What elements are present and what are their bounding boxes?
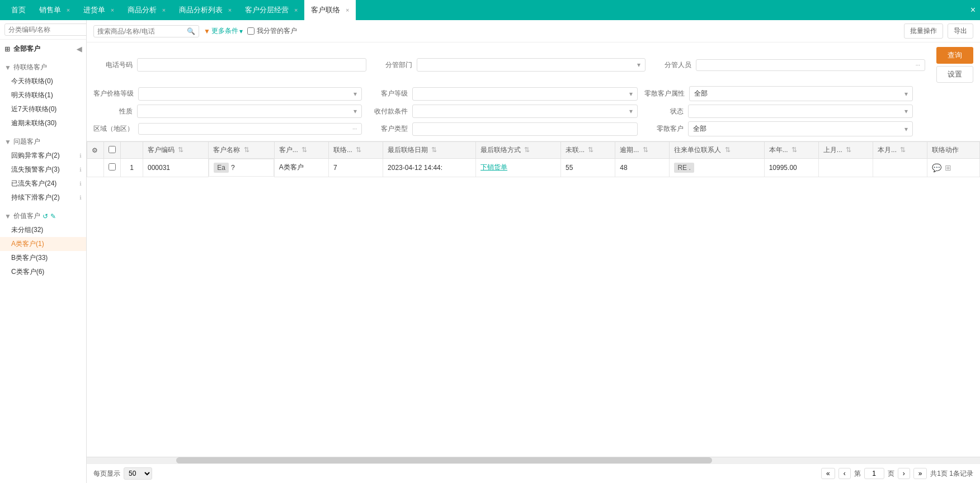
first-page-button[interactable]: « (821, 468, 835, 479)
main-layout: 🔍 ⊞ 全部客户 ◀ ▼ 待联络客户 今天待联络(0) 明天待联络(1) 近7天… (0, 20, 980, 483)
sidebar-item-abnormal-repurchase[interactable]: 回购异常客户(2) ℹ (0, 149, 86, 163)
nav-home[interactable]: 首页 (4, 0, 32, 20)
close-sales-icon[interactable]: × (67, 7, 70, 13)
retail-attr-select[interactable]: 全部 ▾ (689, 86, 913, 101)
nav-customer-tiering[interactable]: 客户分层经营 × (238, 0, 304, 20)
prev-page-button[interactable]: ‹ (838, 468, 851, 479)
col-customer-type[interactable]: 客户... ⇅ (274, 142, 328, 159)
sidebar-item-class-b[interactable]: B类客户(33) (0, 251, 86, 265)
filter-my-customers[interactable]: 我分管的客户 (247, 26, 297, 36)
payment-select[interactable]: ▾ (412, 105, 637, 118)
col-unit-contact[interactable]: 往来单位联系人 ⇅ (670, 142, 764, 159)
price-level-select[interactable]: ▾ (138, 87, 362, 101)
sidebar-item-class-c[interactable]: C类客户(6) (0, 265, 86, 279)
edit-icon[interactable]: ✎ (50, 212, 56, 220)
filter-search-input[interactable] (97, 27, 187, 35)
col-last-contact-method[interactable]: 最后联络方式 ⇅ (476, 142, 561, 159)
row-name[interactable]: Ea ? (209, 159, 274, 177)
refresh-icon[interactable]: ↺ (43, 212, 48, 220)
row-code[interactable]: 000031 (143, 159, 209, 177)
collapse-sidebar-button[interactable]: ◀ (77, 45, 82, 53)
chat-action-icon[interactable]: 💬 (932, 163, 941, 172)
scrollbar-thumb[interactable] (176, 457, 712, 463)
nav-product-analysis-list[interactable]: 商品分析列表 × (172, 0, 238, 20)
customer-type-input[interactable] (412, 122, 637, 136)
sidebar-item-churn-warning[interactable]: 流失预警客户(3) ℹ (0, 163, 86, 177)
row-last-contact-method[interactable]: 下销货单 (476, 159, 561, 177)
retail-customer-select[interactable]: 全部 ▾ (688, 121, 913, 136)
all-customers-header[interactable]: ⊞ 全部客户 ◀ (0, 40, 86, 58)
col-this-year[interactable]: 本年... ⇅ (764, 142, 818, 159)
class-c-label: C类客户(6) (11, 267, 44, 277)
col-contact[interactable]: 联络... ⇅ (328, 142, 383, 159)
sidebar-item-overdue-contact[interactable]: 逾期未联络(30) (0, 116, 86, 130)
close-all-tabs[interactable]: × (970, 5, 976, 15)
col-last-month[interactable]: 上月... ⇅ (818, 142, 873, 159)
customer-level-select[interactable]: ▾ (412, 87, 637, 101)
col-customer-name[interactable]: 客户名称 ⇅ (209, 142, 274, 159)
data-table-area: ⚙ 客户编码 ⇅ 客户名称 ⇅ 客户... ⇅ 联络... ⇅ 最后联络日期 ⇅… (87, 141, 980, 457)
sidebar-item-class-a[interactable]: A类客户(1) (0, 237, 86, 251)
page-number-input[interactable] (864, 468, 884, 479)
last-page-button[interactable]: » (913, 468, 927, 479)
info-icon-2: ℹ (79, 167, 82, 173)
settings-button[interactable]: 设置 (936, 66, 973, 83)
status-select[interactable]: ▾ (688, 105, 913, 118)
overdue-contact-label: 逾期未联络(30) (11, 119, 56, 128)
my-customers-checkbox[interactable] (247, 27, 255, 35)
grid-action-icon[interactable]: ⊞ (945, 163, 951, 172)
sidebar-search-input[interactable] (4, 23, 87, 36)
customer-table: ⚙ 客户编码 ⇅ 客户名称 ⇅ 客户... ⇅ 联络... ⇅ 最后联络日期 ⇅… (87, 141, 980, 177)
nav-customer-contact[interactable]: 客户联络 × (304, 0, 356, 20)
nav-product-analysis[interactable]: 商品分析 × (121, 0, 172, 20)
col-no-contact[interactable]: 未联... ⇅ (561, 142, 615, 159)
sidebar-item-7days-pending[interactable]: 近7天待联络(0) (0, 102, 86, 116)
close-customer-tiering-icon[interactable]: × (294, 7, 298, 13)
person-input[interactable]: ··· (696, 59, 925, 71)
contact-method-link[interactable]: 下销货单 (480, 163, 507, 171)
col-last-contact-date[interactable]: 最后联络日期 ⇅ (383, 142, 476, 159)
close-customer-contact-icon[interactable]: × (346, 7, 349, 13)
tomorrow-pending-label: 明天待联络(1) (11, 91, 53, 100)
region-input[interactable]: ··· (138, 123, 362, 135)
sidebar-item-unclassified[interactable]: 未分组(32) (0, 223, 86, 237)
nav-purchase[interactable]: 进货单 × (77, 0, 121, 20)
payment-label: 收付款条件 (369, 107, 408, 116)
filter-more-conditions[interactable]: ▼ 更多条件 ▾ (204, 26, 243, 36)
row-checkbox[interactable] (109, 163, 116, 171)
col-settings[interactable]: ⚙ (87, 142, 104, 159)
col-overdue[interactable]: 逾期... ⇅ (615, 142, 670, 159)
sidebar-item-today-pending[interactable]: 今天待联络(0) (0, 74, 86, 88)
next-page-button[interactable]: › (898, 468, 910, 479)
close-product-analysis-icon[interactable]: × (162, 7, 166, 13)
sidebar-item-churned[interactable]: 已流失客户(24) ℹ (0, 177, 86, 191)
batch-operation-button[interactable]: 批量操作 (904, 23, 943, 39)
col-this-month[interactable]: 本月... ⇅ (873, 142, 927, 159)
horizontal-scrollbar[interactable] (87, 457, 980, 463)
class-a-label: A类客户(1) (11, 239, 44, 249)
nature-select[interactable]: ▾ (137, 105, 362, 118)
region-dots-icon: ··· (352, 126, 357, 132)
per-page-select[interactable]: 50 100 200 (124, 467, 152, 480)
export-button[interactable]: 导出 (948, 23, 973, 39)
select-all-checkbox[interactable] (109, 146, 116, 153)
phone-input[interactable] (137, 58, 366, 72)
sidebar-item-tomorrow-pending[interactable]: 明天待联络(1) (0, 88, 86, 102)
chevron-down-icon: ▾ (239, 27, 243, 35)
col-customer-code[interactable]: 客户编码 ⇅ (143, 142, 209, 159)
info-icon-3: ℹ (79, 181, 82, 187)
close-purchase-icon[interactable]: × (111, 7, 114, 13)
nav-sales[interactable]: 销售单 × (32, 0, 77, 20)
query-button[interactable]: 查询 (936, 47, 973, 64)
pending-contact-title[interactable]: ▼ 待联络客户 (0, 60, 86, 74)
pending-contact-section: ▼ 待联络客户 今天待联络(0) 明天待联络(1) 近7天待联络(0) 逾期未联… (0, 58, 86, 132)
sidebar-item-declining[interactable]: 持续下滑客户(2) ℹ (0, 191, 86, 205)
problem-customers-title[interactable]: ▼ 问题客户 (0, 135, 86, 149)
info-icon-4: ℹ (79, 195, 82, 201)
filter-search-icon[interactable]: 🔍 (187, 27, 195, 35)
value-customers-title[interactable]: ▼ 价值客户 ↺ ✎ (0, 209, 86, 223)
dept-select[interactable]: ▾ (417, 58, 646, 72)
row-actions: 💬 ⊞ (927, 159, 980, 177)
close-product-analysis-list-icon[interactable]: × (228, 7, 232, 13)
nature-label: 性质 (93, 107, 133, 116)
